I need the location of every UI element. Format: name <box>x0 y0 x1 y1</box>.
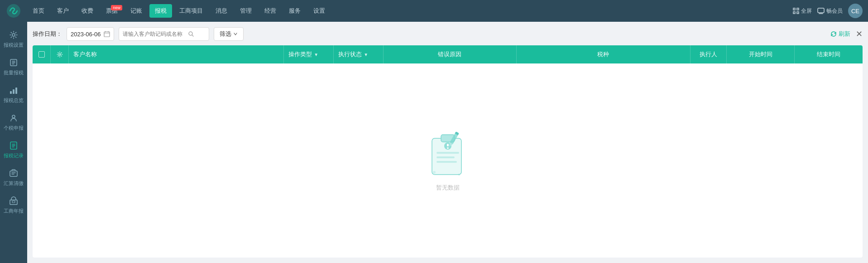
sidebar-label-tax-record: 报税记录 <box>4 152 24 159</box>
svg-rect-25 <box>447 144 449 146</box>
nav-settings[interactable]: 设置 <box>308 4 331 18</box>
svg-point-6 <box>12 34 15 36</box>
th-settings[interactable] <box>51 45 69 63</box>
svg-rect-13 <box>10 171 17 176</box>
th-tax-type: 税种 <box>517 45 691 63</box>
search-box[interactable] <box>119 27 209 41</box>
date-label: 操作日期： <box>33 30 62 38</box>
empty-text: 暂无数据 <box>436 184 460 192</box>
sidebar-item-settlement[interactable]: 汇算清缴 <box>0 164 27 191</box>
nav-manage[interactable]: 管理 <box>235 4 257 18</box>
sidebar-item-individual-tax[interactable]: 个税申报 <box>0 108 27 136</box>
th-executor: 执行人 <box>691 45 727 63</box>
batch-tax-icon <box>9 58 19 68</box>
table: 客户名称 操作类型 ▼ 执行状态 ▼ 错误原因 税种 执行人 <box>33 45 863 258</box>
close-button[interactable]: ✕ <box>856 30 863 38</box>
table-header: 客户名称 操作类型 ▼ 执行状态 ▼ 错误原因 税种 执行人 <box>33 45 863 63</box>
sidebar-item-tax-settings[interactable]: 报税设置 <box>0 25 27 53</box>
sidebar-label-settlement: 汇算清缴 <box>4 180 24 187</box>
filter-button[interactable]: 筛选 <box>214 27 244 41</box>
th-checkbox[interactable] <box>33 45 51 63</box>
nav-service[interactable]: 服务 <box>283 4 306 18</box>
sidebar-item-tax-summary[interactable]: 报税总览 <box>0 81 27 108</box>
nav-home[interactable]: 首页 <box>27 4 50 18</box>
nav-industry[interactable]: 工商项目 <box>174 4 208 18</box>
svg-rect-8 <box>10 91 12 94</box>
nav-message[interactable]: 消息 <box>210 4 233 18</box>
svg-rect-5 <box>818 8 824 13</box>
select-all-checkbox[interactable] <box>38 51 45 58</box>
nav-items: 首页 客户 收费 票据 new 记账 报税 工商项目 消息 管理 经营 服务 设… <box>27 4 793 18</box>
sidebar-item-annual-report[interactable]: 工商年报 <box>0 191 27 219</box>
search-input[interactable] <box>123 31 186 37</box>
nav-invoice[interactable]: 票据 new <box>101 4 123 18</box>
th-start-time: 开始时间 <box>727 45 795 63</box>
th-error-reason: 错误原因 <box>384 45 517 63</box>
nav-accounting[interactable]: 记账 <box>125 4 148 18</box>
settlement-icon <box>9 168 19 178</box>
tax-summary-icon <box>9 85 19 95</box>
sidebar-label-batch-tax: 批量报税 <box>4 69 24 76</box>
sidebar-label-annual-report: 工商年报 <box>4 208 24 214</box>
new-badge: new <box>111 5 122 10</box>
top-navigation: 首页 客户 收费 票据 new 记账 报税 工商项目 消息 管理 经营 服务 设… <box>0 0 868 22</box>
table-body: 暂无数据 <box>33 63 863 258</box>
svg-rect-4 <box>797 12 799 14</box>
date-picker[interactable]: 2023-06-06 <box>67 27 114 41</box>
svg-point-18 <box>59 54 61 55</box>
svg-rect-21 <box>436 152 459 154</box>
sidebar-label-individual-tax: 个税申报 <box>4 125 24 132</box>
th-exec-status[interactable]: 执行状态 ▼ <box>334 45 384 63</box>
exec-status-filter-icon: ▼ <box>364 52 368 57</box>
nav-tax[interactable]: 报税 <box>149 4 172 18</box>
toolbar-right: 刷新 ✕ <box>830 30 863 38</box>
nav-operate[interactable]: 经营 <box>259 4 282 18</box>
th-client-name: 客户名称 <box>69 45 284 63</box>
avatar[interactable]: CE <box>848 4 863 18</box>
member-button[interactable]: 畅会员 <box>817 7 843 15</box>
svg-rect-16 <box>104 32 110 37</box>
svg-rect-22 <box>436 156 455 158</box>
svg-point-11 <box>12 115 15 118</box>
individual-tax-icon <box>9 113 19 123</box>
fullscreen-button[interactable]: 全屏 <box>793 7 812 15</box>
th-op-type[interactable]: 操作类型 ▼ <box>284 45 334 63</box>
op-type-filter-icon: ▼ <box>314 52 318 57</box>
svg-rect-3 <box>793 12 795 14</box>
date-value: 2023-06-06 <box>71 31 101 38</box>
sidebar-label-tax-settings: 报税设置 <box>4 42 24 49</box>
tax-record-icon <box>9 141 19 151</box>
empty-illustration <box>425 129 470 179</box>
refresh-label: 刷新 <box>839 30 850 38</box>
nav-client[interactable]: 客户 <box>52 4 74 18</box>
app-logo[interactable] <box>5 3 22 19</box>
main-content: 操作日期： 2023-06-06 筛选 刷新 ✕ <box>27 22 868 263</box>
svg-rect-2 <box>797 8 799 10</box>
annual-report-icon <box>9 196 19 206</box>
toolbar: 操作日期： 2023-06-06 筛选 刷新 ✕ <box>33 27 863 41</box>
sidebar-item-tax-record[interactable]: 报税记录 <box>0 136 27 164</box>
main-layout: 报税设置 批量报税 报税总览 个税申报 报税记录 <box>0 22 868 263</box>
refresh-button[interactable]: 刷新 <box>830 30 850 38</box>
tax-settings-icon <box>9 30 19 40</box>
nav-collection[interactable]: 收费 <box>76 4 99 18</box>
th-end-time: 结束时间 <box>795 45 863 63</box>
svg-rect-23 <box>436 161 457 163</box>
svg-point-30 <box>433 171 436 174</box>
filter-label: 筛选 <box>220 30 231 38</box>
sidebar: 报税设置 批量报税 报税总览 个税申报 报税记录 <box>0 22 27 263</box>
sidebar-label-tax-summary: 报税总览 <box>4 97 24 104</box>
svg-rect-1 <box>793 8 795 10</box>
svg-point-31 <box>458 174 460 175</box>
svg-rect-9 <box>13 89 14 94</box>
sidebar-item-batch-tax[interactable]: 批量报税 <box>0 53 27 81</box>
svg-rect-10 <box>15 88 17 94</box>
svg-rect-15 <box>12 201 15 203</box>
top-nav-right: 全屏 畅会员 CE <box>793 4 863 18</box>
svg-rect-26 <box>447 147 449 149</box>
